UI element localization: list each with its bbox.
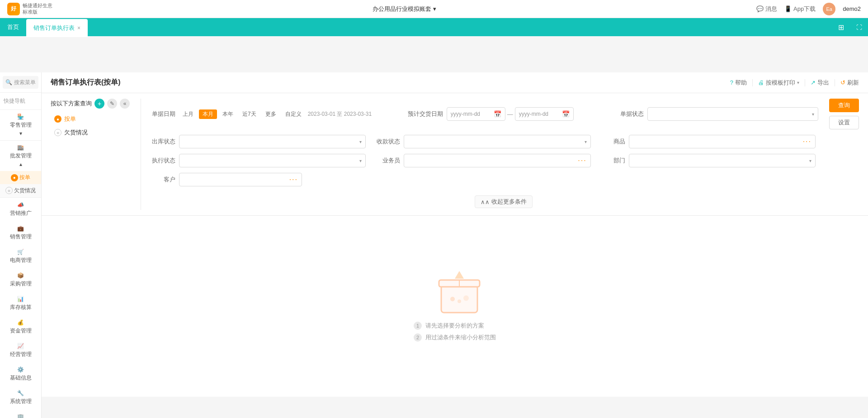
tab-home[interactable]: 首页 (0, 18, 26, 36)
content-area: 销售订单执行表(按单) ? 帮助 🖨 按模板打印 ▾ ↗ 导出 (42, 72, 868, 418)
filter-fields: 单据日期 上月 本月 本年 近7天 更多 自定义 20 (141, 99, 859, 210)
date-range-text: 2023-03-01 至 2023-03-31 (308, 110, 372, 118)
sidebar-item-finance[interactable]: 💰 资金管理 (2, 316, 39, 338)
refresh-button[interactable]: ↺ 刷新 (840, 79, 859, 87)
quick-date-more[interactable]: 更多 (262, 109, 280, 119)
sidebar-nav-label: 快捷导航 (0, 95, 41, 107)
download-icon: 📱 (784, 5, 792, 12)
collapse-button[interactable]: ∧∧ 收起更多条件 (475, 195, 533, 208)
filter-row-1: 单据日期 上月 本月 本年 近7天 更多 自定义 20 (148, 99, 859, 129)
page-header: 销售订单执行表(按单) ? 帮助 🖨 按模板打印 ▾ ↗ 导出 (42, 72, 868, 93)
customer-field: 客户 ··· (148, 173, 302, 186)
ecommerce-icon: 🛒 (17, 249, 24, 255)
empty-state: 1 请先选择要分析的方案 2 用过滤条件来缩小分析范围 (42, 216, 868, 397)
page-dropdown[interactable]: 办公用品行业模拟账套 ▾ (373, 5, 436, 13)
exec-chevron: ▾ (359, 158, 362, 163)
bill-date-controls: 上月 本月 本年 近7天 更多 自定义 2023-03-01 至 2023-03… (179, 109, 372, 119)
sidebar-group-wholesale: 🏬 批发管理 ▴ ● 按单 ○ 欠货情况 (0, 141, 41, 198)
bill-status-field: 单据状态 ▾ (617, 107, 818, 121)
calendar-to-icon: 📅 (562, 110, 570, 118)
purchase-icon: 📦 (17, 272, 24, 279)
sidebar-subitem-order[interactable]: ● 按单 (0, 171, 41, 184)
estimated-date-to[interactable]: yyyy-mm-dd 📅 (515, 107, 574, 121)
logo-text: 畅捷通好生意 标准版 (23, 3, 52, 14)
sidebar-item-sales[interactable]: 💼 销售管理 (2, 222, 39, 244)
app-download-button[interactable]: 📱 App下载 (784, 5, 816, 13)
customer-label: 客户 (148, 176, 175, 184)
sidebar-item-ecommerce[interactable]: 🛒 电商管理 (2, 245, 39, 268)
filter-panel-inner: 按以下方案查询 + ✎ « ● 按单 ○ 欠货情况 (51, 99, 859, 210)
dept-select[interactable]: ▾ (629, 154, 816, 167)
bill-date-label: 单据日期 (148, 110, 175, 118)
svg-point-4 (450, 297, 455, 301)
finance-icon: 💰 (17, 319, 24, 326)
tab-sales-order[interactable]: 销售订单执行表 × (26, 19, 88, 37)
sidebar-item-system[interactable]: 🔧 系统管理 (2, 386, 39, 409)
scheme-item-debt[interactable]: ○ 欠货情况 (51, 126, 135, 139)
sidebar-item-operation[interactable]: 📈 经营管理 (2, 339, 39, 362)
goods-select[interactable]: ··· (629, 135, 816, 148)
help-button[interactable]: ? 帮助 (730, 79, 747, 87)
avatar[interactable]: Ea (823, 3, 835, 15)
settings-button[interactable]: 设置 (829, 116, 859, 129)
goods-dots-icon: ··· (803, 138, 811, 146)
sidebar-item-basic[interactable]: ⚙️ 基础信息 (2, 363, 39, 385)
shipping-chevron: ▾ (359, 139, 362, 144)
sidebar-search-area: 🔍 搜索菜单 (0, 72, 41, 93)
filter-row-2: 出库状态 ▾ 收款状态 ▾ (148, 135, 859, 148)
action-buttons: 查询 设置 (829, 99, 859, 129)
tab-close-icon[interactable]: × (77, 25, 80, 31)
query-button[interactable]: 查询 (829, 99, 859, 112)
estimated-date-field: 预计交货日期 yyyy-mm-dd 📅 — yyyy-mm-dd 📅 (408, 107, 609, 121)
estimated-date-range: yyyy-mm-dd 📅 — yyyy-mm-dd 📅 (447, 107, 609, 121)
shipping-status-select[interactable]: ▾ (179, 135, 366, 148)
top-bar-right: 💬 消息 📱 App下载 Ea demo2 (756, 3, 861, 15)
fullscreen-icon[interactable]: ⛶ (850, 18, 868, 36)
export-button[interactable]: ↗ 导出 (811, 79, 829, 87)
sidebar-item-enterprise[interactable]: 🏢 企业协同 (2, 410, 39, 418)
sidebar-item-retail[interactable]: 🏪 零售管理 ▾ (0, 110, 41, 140)
expand-icon[interactable]: ⊞ (832, 18, 850, 36)
sidebar-item-purchase[interactable]: 📦 采购管理 (2, 269, 39, 291)
goods-label: 商品 (598, 138, 625, 146)
sidebar-item-wholesale[interactable]: 🏬 批发管理 ▴ (0, 141, 41, 171)
quick-date-last-month[interactable]: 上月 (179, 109, 197, 119)
dept-field: 部门 ▾ (598, 154, 816, 167)
scheme-edit-button[interactable]: ✎ (107, 99, 117, 109)
quick-date-this-year[interactable]: 本年 (219, 109, 237, 119)
nav-tabs: 首页 销售订单执行表 × ⊞ ⛶ (0, 18, 868, 36)
filter-scheme: 按以下方案查询 + ✎ « ● 按单 ○ 欠货情况 (51, 99, 141, 210)
quick-date-custom[interactable]: 自定义 (282, 109, 305, 119)
customer-select[interactable]: ··· (179, 173, 302, 186)
export-icon: ↗ (811, 79, 816, 86)
marketing-icon: 📣 (17, 202, 24, 208)
scheme-collapse-button[interactable]: « (120, 99, 130, 109)
sidebar-search-button[interactable]: 🔍 搜索菜单 (3, 76, 38, 89)
exec-status-select[interactable]: ▾ (179, 154, 366, 167)
salesman-select[interactable]: ··· (404, 154, 590, 167)
scheme-item-order[interactable]: ● 按单 (51, 112, 135, 126)
retail-icon: 🏪 (17, 114, 24, 120)
sales-icon: 💼 (17, 225, 24, 232)
bill-date-field: 单据日期 上月 本月 本年 近7天 更多 自定义 20 (148, 109, 401, 119)
scheme-add-button[interactable]: + (94, 99, 104, 109)
logo-area: 好 畅捷通好生意 标准版 (7, 3, 52, 15)
wholesale-icon: 🏬 (17, 144, 24, 151)
divider3 (835, 79, 835, 86)
message-button[interactable]: 💬 消息 (756, 5, 777, 13)
bill-status-label: 单据状态 (617, 110, 644, 118)
print-button[interactable]: 🖨 按模板打印 ▾ (758, 79, 799, 87)
estimated-date-from[interactable]: yyyy-mm-dd 📅 (447, 107, 505, 121)
chevron-right-icon: ▾ (19, 130, 22, 137)
bill-status-select[interactable]: ▾ (647, 107, 818, 121)
payment-status-select[interactable]: ▾ (404, 135, 590, 148)
top-bar-center: 办公用品行业模拟账套 ▾ (373, 5, 436, 13)
sidebar-item-inventory[interactable]: 📊 库存核算 (2, 292, 39, 315)
quick-date-this-month[interactable]: 本月 (199, 109, 217, 119)
sidebar-subitem-debt[interactable]: ○ 欠货情况 (0, 184, 41, 197)
quick-date-7days[interactable]: 近7天 (239, 109, 260, 119)
sidebar: 🔍 搜索菜单 快捷导航 🏪 零售管理 ▾ 🏬 批发管理 ▴ ● (0, 72, 42, 418)
print-chevron-icon: ▾ (797, 80, 799, 85)
exec-status-label: 执行状态 (148, 157, 175, 165)
sidebar-item-marketing[interactable]: 📣 营销推广 (2, 198, 39, 221)
